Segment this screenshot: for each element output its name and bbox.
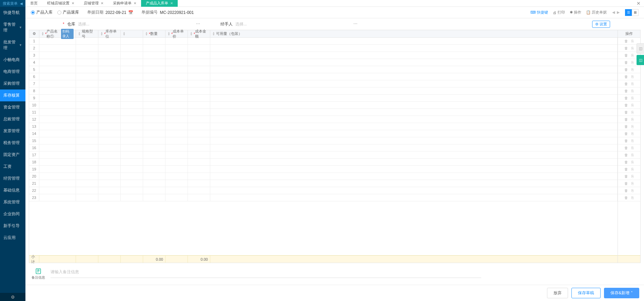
view-grid-button[interactable]: ⊞	[632, 9, 639, 16]
delete-icon[interactable]: 🗑	[624, 146, 628, 150]
nav-item-8[interactable]: 总账管理	[0, 113, 25, 125]
nav-item-4[interactable]: 电商管理	[0, 66, 25, 78]
copy-icon[interactable]: ⎘	[631, 75, 634, 79]
radio-product-out[interactable]: 产品退库	[57, 9, 79, 15]
delete-icon[interactable]: 🗑	[624, 39, 628, 43]
nav-item-6[interactable]: 库存核算	[0, 89, 25, 101]
table-row[interactable]: 4	[29, 59, 618, 66]
side-tab-2[interactable]: ◫	[637, 55, 644, 65]
delete-icon[interactable]: 🗑	[624, 167, 628, 171]
gear-icon[interactable]: ⚙	[11, 295, 15, 300]
tab-4[interactable]: 产成品入库单✕	[141, 0, 178, 7]
copy-icon[interactable]: ⎘	[631, 96, 634, 100]
table-row[interactable]: 15	[29, 137, 618, 144]
table-row[interactable]: 2	[29, 45, 618, 52]
table-row[interactable]: 16	[29, 144, 618, 152]
table-row[interactable]: 10	[29, 102, 618, 109]
close-icon[interactable]: ✕	[134, 1, 136, 5]
nav-item-9[interactable]: 发票管理	[0, 125, 25, 137]
remark-input[interactable]: 请输入备注信息	[51, 268, 481, 278]
table-row[interactable]: 20	[29, 173, 618, 180]
delete-icon[interactable]: 🗑	[624, 153, 628, 157]
copy-icon[interactable]: ⎘	[631, 110, 634, 114]
nav-item-17[interactable]: 新手引导	[0, 220, 25, 232]
col-name[interactable]: ▲▼*产品名称①扫码录入	[39, 30, 76, 37]
copy-icon[interactable]: ⎘	[631, 67, 634, 72]
warehouse-filter[interactable]: *仓库 选择...⋯	[63, 21, 200, 27]
table-row[interactable]: 12	[29, 116, 618, 123]
delete-icon[interactable]: 🗑	[624, 75, 628, 79]
side-tab-1[interactable]: ◫	[637, 43, 644, 54]
col-gear[interactable]: ⚙	[29, 30, 39, 37]
tab-2[interactable]: 店铺管理✕	[79, 0, 108, 7]
col-avail[interactable]: ▲▼可用量（包装）	[210, 30, 618, 37]
col-qty[interactable]: ▲▼*数量	[143, 30, 165, 37]
col-ext[interactable]: ▲▼	[121, 30, 143, 37]
search-menu[interactable]: 搜索菜单 ◀	[0, 0, 25, 7]
delete-icon[interactable]: 🗑	[624, 96, 628, 100]
col-unit[interactable]: ▲▼*库存单位	[98, 30, 121, 37]
nav-item-11[interactable]: 固定资产	[0, 149, 25, 161]
tab-0[interactable]: 首页	[25, 0, 42, 7]
nav-item-3[interactable]: 小畅电商	[0, 54, 25, 66]
delete-icon[interactable]: 🗑	[624, 139, 628, 143]
copy-icon[interactable]: ⎘	[631, 124, 634, 128]
abandon-button[interactable]: 放弃	[547, 288, 568, 298]
delete-icon[interactable]: 🗑	[624, 117, 628, 121]
copy-icon[interactable]: ⎘	[631, 188, 634, 193]
print-button[interactable]: 🖨 打印	[553, 10, 565, 15]
close-icon[interactable]: ✕	[170, 1, 173, 5]
col-price[interactable]: ▲▼*成本单价	[165, 30, 188, 37]
table-row[interactable]: 13	[29, 123, 618, 130]
tab-1[interactable]: 旺铺店铺设置✕	[42, 0, 79, 7]
table-row[interactable]: 9	[29, 95, 618, 102]
table-row[interactable]: 11	[29, 109, 618, 116]
copy-icon[interactable]: ⎘	[631, 174, 634, 178]
more-icon[interactable]: ⋯	[353, 21, 357, 27]
copy-icon[interactable]: ⎘	[631, 60, 634, 64]
copy-icon[interactable]: ⎘	[631, 82, 634, 86]
copy-icon[interactable]: ⎘	[631, 181, 634, 185]
nav-item-5[interactable]: 采购管理	[0, 78, 25, 89]
delete-icon[interactable]: 🗑	[624, 46, 628, 50]
close-all-icon[interactable]: ✕	[633, 1, 644, 6]
copy-icon[interactable]: ⎘	[631, 103, 634, 107]
table-row[interactable]: 18	[29, 159, 618, 166]
table-row[interactable]: 5	[29, 66, 618, 73]
setting-button[interactable]: ⚙ 设置	[592, 21, 610, 28]
delete-icon[interactable]: 🗑	[624, 103, 628, 107]
copy-icon[interactable]: ⎘	[631, 167, 634, 171]
copy-icon[interactable]: ⎘	[631, 46, 634, 50]
copy-icon[interactable]: ⎘	[631, 39, 634, 43]
delete-icon[interactable]: 🗑	[624, 188, 628, 193]
delete-icon[interactable]: 🗑	[624, 160, 628, 164]
close-icon[interactable]: ✕	[101, 1, 103, 5]
close-icon[interactable]: ✕	[72, 1, 74, 5]
copy-icon[interactable]: ⎘	[631, 139, 634, 143]
nav-item-12[interactable]: 工资	[0, 161, 25, 173]
nav-item-7[interactable]: 资金管理	[0, 101, 25, 113]
delete-icon[interactable]: 🗑	[624, 110, 628, 114]
delete-icon[interactable]: 🗑	[624, 124, 628, 128]
copy-icon[interactable]: ⎘	[631, 117, 634, 121]
copy-icon[interactable]: ⎘	[631, 89, 634, 93]
tab-3[interactable]: 采购申请单✕	[108, 0, 141, 7]
scan-badge[interactable]: 扫码录入	[61, 29, 74, 39]
more-icon[interactable]: ⋯	[196, 21, 200, 27]
copy-icon[interactable]: ⎘	[631, 153, 634, 157]
nav-item-14[interactable]: 基础信息	[0, 184, 25, 196]
table-row[interactable]: 22	[29, 187, 618, 194]
table-row[interactable]: 21	[29, 180, 618, 187]
save-draft-button[interactable]: 保存草稿	[571, 288, 601, 298]
nav-item-16[interactable]: 企业协同	[0, 208, 25, 220]
delete-icon[interactable]: 🗑	[624, 53, 628, 57]
col-amount[interactable]: ▲▼*成本金额	[188, 30, 210, 37]
delete-icon[interactable]: 🗑	[624, 67, 628, 72]
view-list-button[interactable]: ☰	[625, 9, 632, 16]
table-row[interactable]: 17	[29, 152, 618, 159]
collapse-icon[interactable]: ◀	[20, 2, 23, 5]
copy-icon[interactable]: ⎘	[631, 160, 634, 164]
prev-icon[interactable]: ◀	[611, 10, 616, 15]
table-row[interactable]: 19	[29, 166, 618, 173]
copy-icon[interactable]: ⎘	[631, 53, 634, 57]
